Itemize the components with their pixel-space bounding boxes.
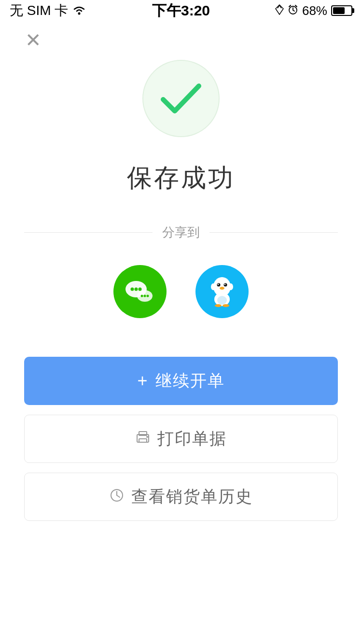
divider-line-left — [24, 232, 153, 233]
share-icons — [113, 265, 249, 318]
svg-point-17 — [220, 287, 224, 290]
status-bar-time: 下午3:20 — [152, 1, 210, 21]
main-content: 保存成功 分享到 — [0, 21, 362, 521]
svg-point-16 — [224, 284, 225, 285]
status-bar: 无 SIM 卡 下午3:20 68 — [0, 0, 362, 21]
qq-share-button[interactable] — [195, 265, 249, 318]
svg-point-13 — [217, 283, 221, 287]
share-label: 分享到 — [162, 224, 200, 241]
success-title: 保存成功 — [127, 161, 235, 195]
svg-point-21 — [223, 304, 229, 307]
svg-point-15 — [218, 284, 219, 285]
print-button[interactable]: 打印单据 — [24, 415, 338, 463]
svg-point-27 — [146, 436, 148, 438]
svg-point-10 — [144, 295, 146, 297]
divider-line-right — [209, 232, 338, 233]
plus-icon: + — [137, 371, 148, 391]
svg-rect-26 — [139, 439, 147, 442]
location-icon — [275, 3, 284, 18]
svg-point-9 — [141, 295, 143, 297]
share-divider: 分享到 — [24, 224, 338, 241]
checkmark-icon — [159, 81, 203, 116]
history-label: 查看销货单历史 — [131, 486, 253, 508]
alarm-icon — [288, 3, 298, 18]
wechat-share-button[interactable] — [113, 265, 167, 318]
svg-point-22 — [211, 283, 216, 290]
svg-point-14 — [224, 283, 227, 287]
battery-icon — [331, 5, 352, 16]
svg-point-23 — [228, 283, 233, 290]
success-circle — [142, 60, 220, 137]
qq-icon — [207, 275, 237, 308]
svg-point-5 — [131, 288, 134, 291]
close-button[interactable]: ✕ — [21, 28, 45, 52]
status-bar-right: 68% — [275, 3, 352, 18]
svg-point-20 — [215, 304, 222, 307]
print-label: 打印单据 — [157, 428, 227, 450]
close-icon: ✕ — [25, 30, 42, 50]
continue-button[interactable]: + 继续开单 — [24, 357, 338, 405]
wifi-icon — [72, 3, 86, 18]
svg-point-11 — [147, 295, 149, 297]
svg-point-6 — [135, 288, 138, 291]
wechat-icon — [124, 278, 156, 306]
svg-point-7 — [139, 288, 142, 291]
svg-line-30 — [117, 495, 120, 497]
print-icon — [135, 430, 151, 448]
svg-point-19 — [217, 296, 227, 305]
continue-label: 继续开单 — [155, 370, 225, 392]
history-button[interactable]: 查看销货单历史 — [24, 473, 338, 521]
history-icon — [109, 488, 125, 506]
svg-point-0 — [78, 13, 81, 15]
status-bar-left: 无 SIM 卡 — [10, 1, 86, 20]
svg-line-3 — [293, 10, 294, 11]
carrier-text: 无 SIM 卡 — [10, 1, 68, 20]
battery-percentage: 68% — [302, 3, 327, 18]
action-buttons: + 继续开单 打印单据 — [24, 357, 338, 521]
